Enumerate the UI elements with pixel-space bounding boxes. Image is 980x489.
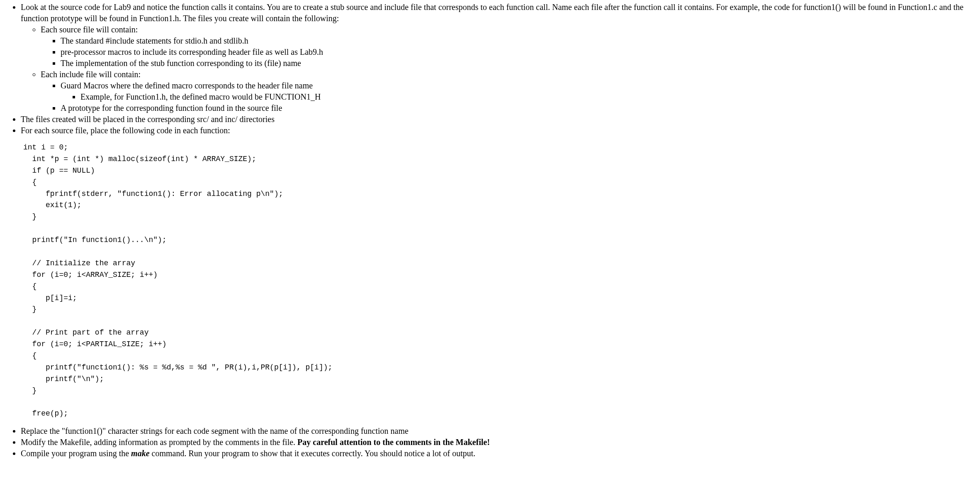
list-item: For each source file, place the followin… [21,125,976,136]
list-item: Modify the Makefile, adding information … [21,437,976,448]
instruction-text: Modify the Makefile, adding information … [21,438,297,447]
sub-sub-list: Guard Macros where the defined macro cor… [41,80,976,114]
sub-sub-sub-list: Example, for Function1.h, the defined ma… [61,91,976,103]
instruction-text: The files created will be placed in the … [21,115,275,124]
instruction-text: pre-processor macros to include its corr… [61,47,323,56]
instruction-text: Each include file will contain: [41,70,141,79]
instruction-text: command. Run your program to show that i… [150,449,476,458]
instruction-text: A prototype for the corresponding functi… [61,103,282,112]
instruction-text: Look at the source code for Lab9 and not… [21,2,963,23]
list-item: Example, for Function1.h, the defined ma… [80,91,976,103]
list-item: A prototype for the corresponding functi… [61,103,976,114]
list-item: Compile your program using the make comm… [21,448,976,459]
code-block: int i = 0; int *p = (int *) malloc(sizeo… [23,142,976,420]
list-item: The files created will be placed in the … [21,114,976,125]
sub-sub-list: The standard #include statements for std… [41,35,976,69]
instruction-text: Replace the "function1()" character stri… [21,426,409,435]
sub-list: Each source file will contain: The stand… [21,24,976,114]
list-item: Replace the "function1()" character stri… [21,425,976,437]
instructions-list-bottom: Replace the "function1()" character stri… [4,425,976,459]
instruction-text: Example, for Function1.h, the defined ma… [80,92,321,101]
instruction-text: Guard Macros where the defined macro cor… [61,81,313,90]
instruction-text: The standard #include statements for std… [61,36,248,45]
instruction-text: For each source file, place the followin… [21,126,230,135]
instruction-text: Compile your program using the [21,449,131,458]
list-item: Each source file will contain: The stand… [41,24,976,69]
bold-italic-text: make [131,449,149,458]
list-item: The implementation of the stub function … [61,58,976,69]
bold-text: Pay careful attention to the comments in… [297,438,490,447]
list-item: Look at the source code for Lab9 and not… [21,2,976,114]
list-item: pre-processor macros to include its corr… [61,46,976,58]
instruction-text: The implementation of the stub function … [61,59,301,68]
instruction-text: Each source file will contain: [41,25,138,34]
list-item: Guard Macros where the defined macro cor… [61,80,976,103]
instructions-list-top: Look at the source code for Lab9 and not… [4,2,976,136]
list-item: Each include file will contain: Guard Ma… [41,69,976,114]
list-item: The standard #include statements for std… [61,35,976,46]
